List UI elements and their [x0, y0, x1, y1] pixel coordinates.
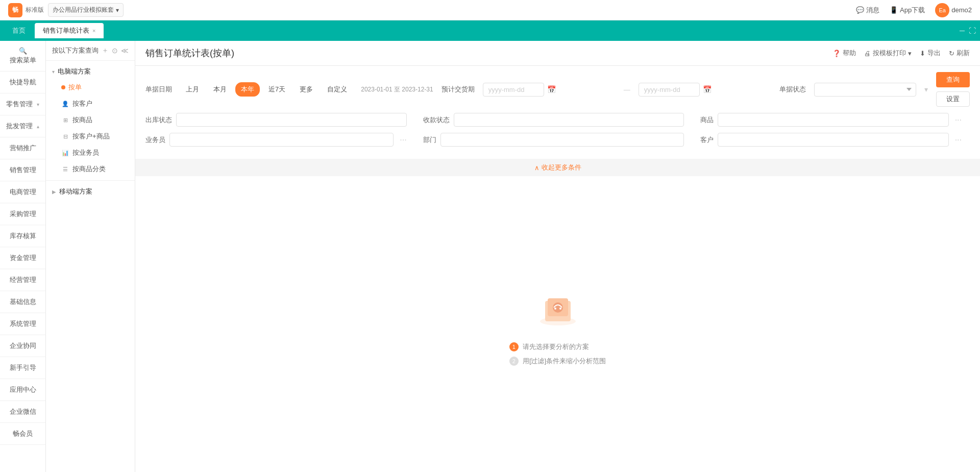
app-download-button[interactable]: 📱 App下载 — [890, 6, 925, 15]
print-icon: 🖨 — [864, 50, 871, 57]
sidebar-search[interactable]: 🔍 搜索菜单 — [0, 41, 45, 72]
sidebar-item-inventory[interactable]: 库存核算 — [0, 225, 45, 247]
logo-text: 标准版 — [26, 6, 44, 14]
calendar-to-icon: 📅 — [703, 85, 712, 93]
scheme-item-by-order[interactable]: 按单 — [46, 79, 135, 96]
nav-tabs: 首页 销售订单统计表 × ─ ⛶ — [0, 20, 980, 41]
sidebar-item-ecommerce[interactable]: 电商管理 — [0, 181, 45, 203]
sidebar-item-purchase[interactable]: 采购管理 — [0, 203, 45, 225]
scheme-item-by-goods[interactable]: ⊞ 按商品 — [46, 112, 135, 128]
scheme-section-pc-header[interactable]: ▾ 电脑端方案 — [46, 64, 135, 79]
status-select[interactable] — [814, 83, 916, 97]
app-label: App下载 — [900, 6, 925, 15]
salesperson-more-icon[interactable]: ··· — [400, 135, 406, 145]
help-button[interactable]: ❓ 帮助 — [832, 49, 856, 58]
scheme-item-by-order-label: 按单 — [68, 83, 82, 92]
filter-row-2: 出库状态 收款状态 商品 ··· — [145, 113, 970, 127]
export-label: 导出 — [927, 49, 941, 58]
sidebar-apps-label: 应用中心 — [10, 385, 36, 394]
message-icon: 💬 — [856, 6, 864, 14]
filter-row-3: 业务员 ··· 部门 客户 ··· — [145, 133, 970, 147]
expected-date-to-input[interactable] — [639, 83, 700, 97]
scheme-item-by-category[interactable]: ☰ 按商品分类 — [46, 161, 135, 177]
active-dot-icon — [61, 85, 65, 89]
scheme-item-by-salesperson[interactable]: 📊 按业务员 — [46, 145, 135, 161]
empty-state: 1 请先选择要分析的方案 2 用[过滤]条件来缩小分析范围 — [135, 176, 980, 472]
message-button[interactable]: 💬 消息 — [856, 6, 879, 15]
scheme-section-mobile-header[interactable]: ▶ 移动端方案 — [46, 184, 135, 199]
dept-select[interactable] — [440, 133, 684, 147]
date-btn-last7[interactable]: 近7天 — [263, 82, 291, 97]
date-btn-lastmonth[interactable]: 上月 — [180, 82, 205, 97]
grid-icon: ⊞ — [61, 116, 69, 124]
scheme-item-by-category-label: 按商品分类 — [72, 164, 106, 174]
sidebar-item-wholesale[interactable]: 批发管理 ▴ — [0, 115, 45, 137]
sidebar: 🔍 搜索菜单 快捷导航 零售管理 ▾ 批发管理 ▴ 营销推广 销售管理 电商管理… — [0, 41, 46, 472]
expected-date-label: 预计交货期 — [442, 85, 475, 94]
user-label: demo2 — [951, 6, 972, 14]
date-btn-more[interactable]: 更多 — [294, 82, 318, 97]
export-button[interactable]: ⬇ 导出 — [920, 49, 941, 58]
action-buttons: 查询 设置 — [936, 72, 970, 107]
scheme-item-by-customer-goods[interactable]: ⊟ 按客户+商品 — [46, 128, 135, 145]
person-icon: 👤 — [61, 100, 69, 108]
date-range-display: 2023-01-01 至 2023-12-31 — [361, 85, 433, 94]
template-print-button[interactable]: 🖨 按模板打印 ▾ — [864, 49, 912, 58]
goods-more-icon[interactable]: ··· — [955, 115, 962, 125]
scheme-panel: 按以下方案查询 ＋ ⊙ ≪ ▾ 电脑端方案 按单 👤 按客户 — [46, 41, 135, 472]
sidebar-item-retail[interactable]: 零售管理 ▾ — [0, 93, 45, 115]
page-title-row: 销售订单统计表(按单) ❓ 帮助 🖨 按模板打印 ▾ ⬇ — [145, 47, 970, 59]
sidebar-item-operations[interactable]: 经营管理 — [0, 269, 45, 291]
add-scheme-button[interactable]: ＋ — [102, 46, 109, 55]
sidebar-item-apps[interactable]: 应用中心 — [0, 379, 45, 401]
out-status-select[interactable] — [176, 113, 407, 127]
date-btn-thismonth[interactable]: 本月 — [208, 82, 232, 97]
settings-button[interactable]: 设置 — [936, 91, 970, 107]
sidebar-item-sales[interactable]: 销售管理 — [0, 159, 45, 181]
minimize-icon[interactable]: ─ — [960, 27, 965, 35]
tab-close-button[interactable]: × — [92, 28, 95, 34]
user-menu[interactable]: Ea demo2 — [935, 3, 972, 17]
customer-more-icon[interactable]: ··· — [955, 135, 962, 145]
sidebar-item-marketing[interactable]: 营销推广 — [0, 137, 45, 159]
sidebar-item-basic[interactable]: 基础信息 — [0, 291, 45, 313]
date-btn-thisyear[interactable]: 本年 — [235, 82, 260, 97]
refresh-button[interactable]: ↻ 刷新 — [949, 49, 970, 58]
sidebar-shortcut-label: 快捷导航 — [10, 78, 36, 87]
sidebar-finance-label: 资金管理 — [10, 253, 36, 263]
empty-tip-2: 2 用[过滤]条件来缩小分析范围 — [509, 357, 606, 366]
collapse-scheme-button[interactable]: ≪ — [121, 46, 129, 55]
scheme-item-by-customer[interactable]: 👤 按客户 — [46, 96, 135, 112]
goods-col: 商品 ··· — [700, 113, 970, 127]
receipt-status-select[interactable] — [454, 113, 684, 127]
collapse-bar[interactable]: ∧ 收起更多条件 — [135, 159, 980, 176]
list-icon: ☰ — [61, 165, 69, 173]
salesperson-input[interactable] — [169, 133, 394, 147]
page-title: 销售订单统计表(按单) — [145, 47, 234, 59]
empty-state-illustration — [532, 283, 583, 334]
query-button[interactable]: 查询 — [936, 72, 970, 87]
date-btn-custom[interactable]: 自定义 — [322, 82, 353, 97]
sidebar-item-finance[interactable]: 资金管理 — [0, 247, 45, 269]
salesperson-label: 业务员 — [145, 135, 165, 145]
sidebar-item-newbie[interactable]: 新手引导 — [0, 357, 45, 379]
tab-home[interactable]: 首页 — [4, 23, 34, 38]
scheme-panel-actions: ＋ ⊙ ≪ — [102, 46, 129, 55]
sidebar-item-shortcut[interactable]: 快捷导航 — [0, 72, 45, 93]
scheme-item-by-customer-goods-label: 按客户+商品 — [72, 132, 110, 141]
expected-date-from-input[interactable] — [483, 83, 544, 97]
date-filter-label: 单据日期 — [145, 85, 172, 94]
maximize-icon[interactable]: ⛶ — [969, 27, 976, 35]
settings-scheme-button[interactable]: ⊙ — [112, 46, 118, 55]
company-selector[interactable]: 办公用品行业模拟账套 ▾ — [48, 3, 124, 17]
tab-sales-order-stats[interactable]: 销售订单统计表 × — [35, 23, 104, 38]
customer-input[interactable] — [718, 133, 948, 147]
sidebar-item-wechat[interactable]: 企业微信 — [0, 401, 45, 423]
sidebar-item-member[interactable]: 畅会员 — [0, 423, 45, 445]
avatar: Ea — [935, 3, 949, 17]
empty-tips: 1 请先选择要分析的方案 2 用[过滤]条件来缩小分析范围 — [509, 342, 606, 366]
sidebar-item-system[interactable]: 系统管理 — [0, 313, 45, 335]
sidebar-item-enterprise[interactable]: 企业协同 — [0, 335, 45, 357]
scheme-mobile-label: 移动端方案 — [59, 187, 92, 196]
goods-input[interactable] — [718, 113, 948, 127]
